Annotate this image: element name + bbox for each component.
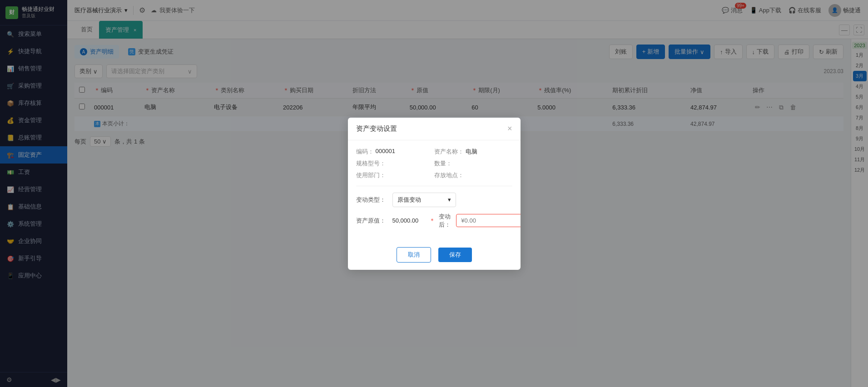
modal-body: 编码： 000001 资产名称： 电脑 规格型号： 数量： 使用部门： [348, 140, 521, 242]
modal-asset-name-field: 资产名称： 电脑 [434, 148, 512, 156]
modal-code-label: 编码： [356, 148, 374, 156]
cancel-btn-label: 取消 [408, 251, 420, 258]
modal-code-field: 编码： 000001 [356, 148, 434, 156]
modal-change-type-arrow: ▾ [448, 196, 451, 203]
modal-change-type-label: 变动类型： [356, 196, 389, 204]
modal-storage-field: 存放地点： [434, 171, 512, 179]
modal-required-mark: ＊ [429, 217, 435, 225]
modal-storage-label: 存放地点： [434, 171, 464, 179]
modal-asset-name-value: 电脑 [466, 148, 477, 156]
modal-department-field: 使用部门： [356, 171, 434, 179]
modal-spec-field: 规格型号： [356, 159, 434, 168]
modal-change-type-select[interactable]: 原值变动 ▾ [392, 193, 456, 207]
modal-header: 资产变动设置 × [348, 118, 521, 140]
modal-quantity-label: 数量： [434, 159, 452, 168]
modal-after-change-label: 变动后： [439, 213, 451, 229]
modal-footer: 取消 保存 [348, 242, 521, 270]
save-button[interactable]: 保存 [438, 248, 472, 262]
modal-quantity-field: 数量： [434, 159, 512, 168]
modal-overlay: 资产变动设置 × 编码： 000001 资产名称： 电脑 规格型号： 数量： [0, 0, 868, 387]
modal-spec-label: 规格型号： [356, 159, 386, 168]
modal-change-type-row: 变动类型： 原值变动 ▾ [356, 193, 512, 207]
modal-after-change-input[interactable] [456, 214, 520, 227]
modal-code-value: 000001 [376, 148, 395, 156]
modal-change-type-value: 原值变动 [397, 196, 421, 204]
modal-department-label: 使用部门： [356, 171, 386, 179]
asset-change-modal: 资产变动设置 × 编码： 000001 资产名称： 电脑 规格型号： 数量： [348, 118, 521, 270]
modal-info-grid: 编码： 000001 资产名称： 电脑 规格型号： 数量： 使用部门： [356, 148, 512, 186]
modal-original-value-row: 资产原值： 50,000.00 ＊ 变动后： [356, 213, 512, 229]
modal-title: 资产变动设置 [356, 124, 397, 133]
cancel-button[interactable]: 取消 [397, 247, 431, 263]
modal-close-btn[interactable]: × [507, 124, 512, 134]
save-btn-label: 保存 [449, 251, 461, 258]
modal-original-value-label: 资产原值： [356, 217, 389, 225]
modal-asset-name-label: 资产名称： [434, 148, 464, 156]
modal-original-value-value: 50,000.00 [392, 217, 419, 224]
